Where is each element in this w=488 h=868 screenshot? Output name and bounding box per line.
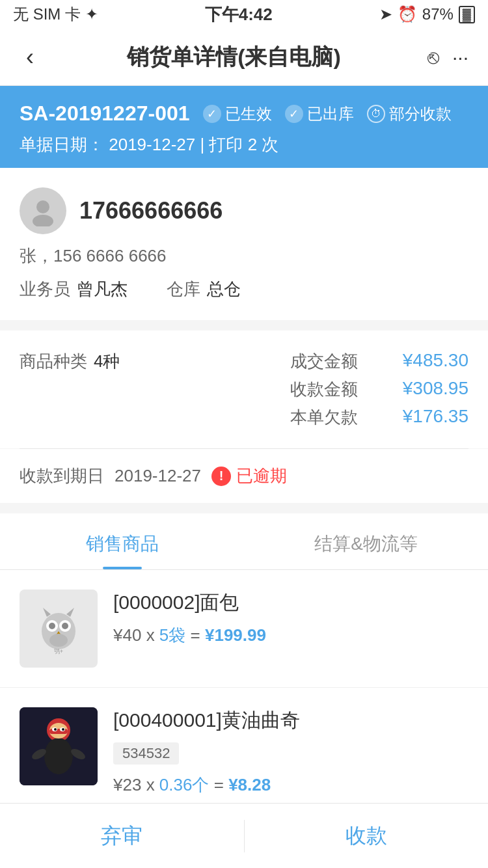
type-count: 4种 xyxy=(94,350,120,373)
share-button[interactable]: ⎋ xyxy=(427,46,439,68)
header-banner: SA-20191227-001 ✓ 已生效 ✓ 已出库 ⏱ 部分收款 单据日期：… xyxy=(0,86,488,168)
tabs-section: 销售商品 结算&物流等 xyxy=(0,513,488,570)
product-name-1: [0000002]面包 xyxy=(113,590,468,616)
svg-marker-4 xyxy=(66,608,74,617)
svg-point-8 xyxy=(62,623,68,629)
svg-point-7 xyxy=(49,623,55,629)
svg-text:鸮+: 鸮+ xyxy=(54,648,63,655)
summary-section: 商品种类 4种 成交金额 ¥485.30 收款金额 ¥308.95 本单欠款 ¥… xyxy=(0,331,488,448)
location-icon: ➤ xyxy=(379,5,392,23)
svg-point-1 xyxy=(33,215,53,226)
product-total-2: ¥8.28 xyxy=(228,775,271,794)
collected-value: ¥308.95 xyxy=(377,378,468,401)
product-info-2: [000400001]黄油曲奇 534532 ¥23 x 0.36个 = ¥8.… xyxy=(113,707,468,796)
tab-sales-products[interactable]: 销售商品 xyxy=(0,513,244,569)
back-button[interactable]: ‹ xyxy=(20,37,40,77)
more-button[interactable]: ··· xyxy=(452,46,468,68)
multiply-icon-2: x xyxy=(146,775,159,794)
product-price-row-1: ¥40 x 5袋 = ¥199.99 xyxy=(113,624,468,647)
svg-point-10 xyxy=(49,634,68,647)
page-title: 销货单详情(来自电脑) xyxy=(127,42,341,72)
tabs-row: 销售商品 结算&物流等 xyxy=(0,513,488,569)
deal-amount-value: ¥485.30 xyxy=(377,350,468,373)
divider-1 xyxy=(0,320,488,331)
svg-point-19 xyxy=(54,728,57,731)
customer-name: 17666666666 xyxy=(79,197,223,224)
product-info-1: [0000002]面包 ¥40 x 5袋 = ¥199.99 xyxy=(113,590,468,647)
equals-icon-2: = xyxy=(214,775,228,794)
salesman-info: 业务员 曾凡杰 xyxy=(20,278,128,301)
status-bar: 无 SIM 卡 ✦ 下午4:42 ➤ ⏰ 87% ▓ xyxy=(0,0,488,29)
debt-value: ¥176.35 xyxy=(377,406,468,429)
product-price-row-2: ¥23 x 0.36个 = ¥8.28 xyxy=(113,774,468,796)
status-time: 下午4:42 xyxy=(205,3,273,26)
svg-point-14 xyxy=(44,738,73,774)
product-sku-2: 534532 xyxy=(113,742,179,765)
collect-payment-button[interactable]: 收款 xyxy=(245,809,489,863)
salesman-label: 业务员 xyxy=(20,278,70,301)
overdue-badge: ! 已逾期 xyxy=(211,465,287,487)
deal-amount-label: 成交金额 xyxy=(290,350,358,373)
product-price-2: ¥23 xyxy=(113,775,141,794)
product-price-1: ¥40 xyxy=(113,625,141,645)
product-type-info: 商品种类 4种 xyxy=(20,350,120,373)
due-date-value: 2019-12-27 xyxy=(115,466,201,486)
warehouse-value: 总仓 xyxy=(207,278,241,301)
salesman-value: 曾凡杰 xyxy=(77,278,128,301)
nav-bar: ‹ 销货单详情(来自电脑) ⎋ ··· xyxy=(0,29,488,86)
svg-point-0 xyxy=(36,200,49,213)
product-total-1: ¥199.99 xyxy=(205,625,266,645)
overdue-text: 已逾期 xyxy=(236,465,287,487)
bottom-bar: 弃审 收款 xyxy=(0,803,488,868)
collected-label: 收款金额 xyxy=(290,378,358,401)
debt-label: 本单欠款 xyxy=(290,406,358,429)
status-effective: ✓ 已生效 xyxy=(203,103,272,124)
customer-section: 17666666666 张，156 6666 6666 业务员 曾凡杰 仓库 总… xyxy=(0,168,488,320)
status-right: ➤ ⏰ 87% ▓ xyxy=(379,5,475,23)
abandon-review-button[interactable]: 弃审 xyxy=(0,809,244,863)
check-icon-1: ✓ xyxy=(203,105,221,123)
signal-text: 无 SIM 卡 ✦ xyxy=(13,4,98,25)
amount-info: 成交金额 ¥485.30 收款金额 ¥308.95 本单欠款 ¥176.35 xyxy=(290,350,468,429)
order-id: SA-20191227-001 xyxy=(20,102,190,126)
due-section: 收款到期日 2019-12-27 ! 已逾期 xyxy=(0,449,488,503)
type-label: 商品种类 xyxy=(20,350,87,373)
nav-actions: ⎋ ··· xyxy=(427,46,468,68)
warehouse-info: 仓库 总仓 xyxy=(167,278,241,301)
status-partial: ⏱ 部分收款 xyxy=(367,103,452,124)
battery-text: 87% xyxy=(422,5,454,23)
alarm-icon: ⏰ xyxy=(398,5,417,23)
debt-amount-row: 本单欠款 ¥176.35 xyxy=(290,406,468,429)
status-left: 无 SIM 卡 ✦ xyxy=(13,4,98,25)
status-shipped: ✓ 已出库 xyxy=(285,103,354,124)
svg-marker-3 xyxy=(43,608,51,617)
tab-settlement[interactable]: 结算&物流等 xyxy=(244,513,488,569)
warehouse-label: 仓库 xyxy=(167,278,200,301)
equals-icon-1: = xyxy=(191,625,205,645)
list-item: [000400001]黄油曲奇 534532 ¥23 x 0.36个 = ¥8.… xyxy=(0,688,488,817)
customer-meta: 业务员 曾凡杰 仓库 总仓 xyxy=(20,278,468,301)
product-thumbnail-1: 鸮+ xyxy=(20,590,98,668)
list-item: 鸮+ [0000002]面包 ¥40 x 5袋 = ¥199.99 xyxy=(0,570,488,688)
due-date-label: 收款到期日 xyxy=(20,465,104,487)
check-icon-2: ✓ xyxy=(285,105,303,123)
battery-icon: ▓ xyxy=(459,6,475,23)
customer-subinfo: 张，156 6666 6666 xyxy=(20,245,468,267)
svg-point-20 xyxy=(62,728,64,731)
product-thumbnail-2 xyxy=(20,707,98,785)
product-list: 鸮+ [0000002]面包 ¥40 x 5袋 = ¥199.99 xyxy=(0,570,488,817)
deal-amount-row: 成交金额 ¥485.30 xyxy=(290,350,468,373)
product-qty-1: 5袋 xyxy=(159,625,185,645)
overdue-icon: ! xyxy=(211,467,231,486)
multiply-icon-1: x xyxy=(146,625,159,645)
avatar xyxy=(20,187,66,234)
product-name-2: [000400001]黄油曲奇 xyxy=(113,707,468,734)
clock-icon: ⏱ xyxy=(367,105,385,123)
product-qty-2: 0.36个 xyxy=(159,775,210,794)
order-date-row: 单据日期： 2019-12-27 | 打印 2 次 xyxy=(20,133,468,156)
collected-amount-row: 收款金额 ¥308.95 xyxy=(290,378,468,401)
